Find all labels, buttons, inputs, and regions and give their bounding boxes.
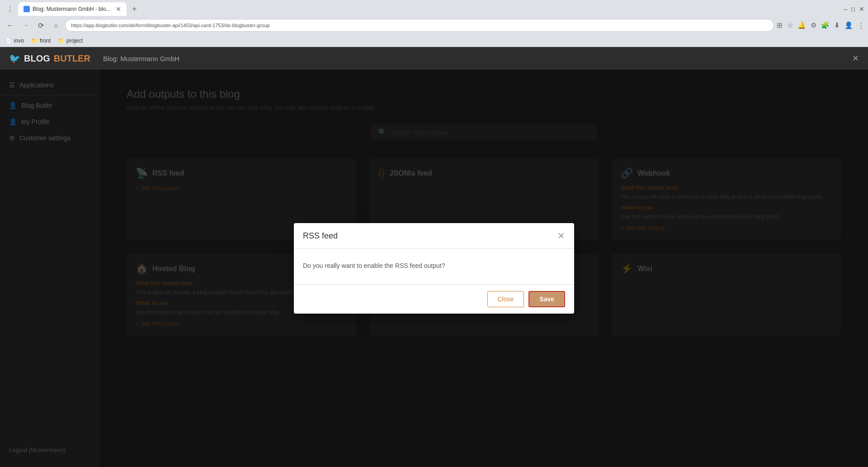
app-header-title: Blog: Mustermann GmbH — [103, 55, 179, 62]
bookmark-front-icon: 📁 — [31, 38, 38, 44]
home-btn[interactable]: ⌂ — [50, 19, 62, 32]
browser-menu-btn[interactable]: ⋮ — [4, 3, 16, 15]
back-btn[interactable]: ← — [4, 19, 16, 32]
tab-title: Blog: Mustermann GmbH - blo... — [33, 6, 113, 12]
download-icon[interactable]: ⬇ — [834, 21, 840, 29]
tab-close-btn[interactable]: ✕ — [116, 5, 121, 13]
bookmark-invo-icon: 📄 — [5, 38, 12, 44]
app-header: 🐦 BLOG BUTLER Blog: Mustermann GmbH ✕ — [0, 47, 868, 70]
translate-icon[interactable]: ⊞ — [777, 21, 783, 29]
forward-btn[interactable]: → — [19, 19, 32, 32]
window-controls: – ◻ ✕ — [844, 5, 864, 13]
profile-icon[interactable]: 🔔 — [797, 21, 806, 29]
new-tab-btn[interactable]: + — [128, 4, 141, 15]
close-button[interactable]: Close — [487, 291, 524, 307]
restore-btn[interactable]: ◻ — [851, 6, 855, 12]
bookmark-invo[interactable]: 📄 invo — [5, 38, 24, 44]
browser-chrome: ⋮ Blog: Mustermann GmbH - blo... ✕ + – ◻… — [0, 0, 868, 47]
bookmark-project[interactable]: 📁 project — [58, 38, 83, 44]
address-bar: ← → ⟳ ⌂ https://app.blogbutler.com/de/fo… — [0, 16, 868, 34]
refresh-btn[interactable]: ⟳ — [34, 19, 47, 32]
minimize-btn[interactable]: – — [844, 5, 847, 13]
modal-body-text: Do you really want to enable the RSS fee… — [303, 262, 445, 269]
tab-bar: ⋮ Blog: Mustermann GmbH - blo... ✕ + – ◻… — [0, 0, 868, 16]
modal-title: RSS feed — [303, 231, 338, 241]
modal-footer: Close Save — [294, 284, 574, 314]
active-tab[interactable]: Blog: Mustermann GmbH - blo... ✕ — [18, 2, 127, 16]
bookmark-icon[interactable]: ☆ — [787, 21, 793, 29]
app-container: 🐦 BLOG BUTLER Blog: Mustermann GmbH ✕ ☰ … — [0, 47, 868, 467]
logo-icon: 🐦 — [9, 53, 20, 64]
logo-butler: BUTLER — [54, 53, 90, 64]
bookmark-front-label: front — [40, 38, 51, 44]
modal-body: Do you really want to enable the RSS fee… — [294, 249, 574, 284]
close-window-btn[interactable]: ✕ — [859, 5, 864, 13]
modal-header: RSS feed ✕ — [294, 223, 574, 249]
user-icon[interactable]: 👤 — [844, 21, 853, 29]
url-field[interactable]: https://app.blogbutler.com/de/form/blogb… — [65, 19, 774, 32]
more-icon[interactable]: ⋮ — [858, 21, 864, 29]
modal-close-x-btn[interactable]: ✕ — [557, 230, 565, 241]
bookmark-project-icon: 📁 — [58, 38, 65, 44]
bookmark-front[interactable]: 📁 front — [31, 38, 51, 44]
tab-favicon — [24, 6, 30, 12]
logo-blog: BLOG — [24, 53, 50, 64]
app-close-btn[interactable]: ✕ — [852, 53, 859, 63]
bookmarks-bar: 📄 invo 📁 front 📁 project — [0, 34, 868, 47]
modal-overlay: RSS feed ✕ Do you really want to enable … — [0, 70, 868, 467]
save-button[interactable]: Save — [528, 291, 565, 307]
extensions-icon[interactable]: 🧩 — [821, 21, 830, 29]
settings-icon[interactable]: ⚙ — [811, 21, 816, 29]
modal: RSS feed ✕ Do you really want to enable … — [294, 223, 574, 314]
